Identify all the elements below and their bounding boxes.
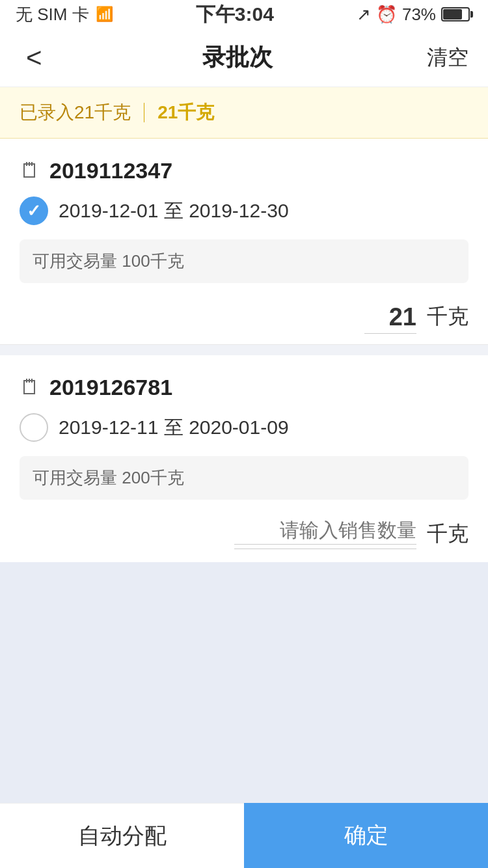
batch-1-unit: 千克 (427, 303, 468, 331)
location-icon: ↗ (357, 5, 371, 25)
batch-2-available: 可用交易量 200千克 (20, 456, 468, 500)
bottom-bar: 自动分配 确定 (0, 803, 488, 868)
batch-2-unit: 千克 (427, 520, 468, 549)
auto-distribute-button[interactable]: 自动分配 (0, 803, 244, 868)
batch-2-icon: 🗒 (20, 375, 40, 400)
battery-text: 73% (402, 5, 436, 25)
batch-1-date-row[interactable]: 2019-12-01 至 2019-12-30 (0, 190, 488, 236)
back-button[interactable]: < (20, 36, 49, 80)
batch-2-date: 2019-12-11 至 2020-01-09 (59, 414, 289, 441)
batch-1-available: 可用交易量 100千克 (20, 239, 468, 283)
wifi-icon: 📶 (96, 6, 113, 23)
nav-bar: < 录批次 清空 (0, 29, 488, 87)
batch-2-qty-wrapper (234, 519, 416, 549)
confirm-button[interactable]: 确定 (244, 803, 488, 868)
status-time: 下午3:04 (196, 1, 274, 28)
status-carrier: 无 SIM 卡 📶 (16, 3, 113, 26)
banner-divider (144, 103, 144, 122)
batch-2-radio[interactable] (20, 413, 48, 442)
batch-2-date-row[interactable]: 2019-12-11 至 2020-01-09 (0, 407, 488, 452)
batch-2-quantity-row: 千克 (0, 513, 488, 562)
status-right: ↗ ⏰ 73% (357, 5, 472, 25)
batch-1-id: 2019112347 (49, 158, 172, 183)
batch-1-header: 🗒 2019112347 (0, 139, 488, 190)
batch-card-1: 🗒 2019112347 2019-12-01 至 2019-12-30 可用交… (0, 139, 488, 345)
batch-2-qty-input[interactable] (234, 519, 416, 545)
batch-1-quantity-row: 千克 (0, 296, 488, 345)
batch-card-2: 🗒 2019126781 2019-12-11 至 2020-01-09 可用交… (0, 355, 488, 562)
batch-2-header: 🗒 2019126781 (0, 355, 488, 407)
clear-button[interactable]: 清空 (427, 44, 468, 72)
page-title: 录批次 (202, 42, 273, 74)
recorded-label: 已录入21千克 (20, 100, 131, 125)
batch-1-date: 2019-12-01 至 2019-12-30 (59, 198, 289, 224)
info-banner: 已录入21千克 21千克 (0, 87, 488, 139)
carrier-text: 无 SIM 卡 (16, 3, 89, 26)
batch-1-radio[interactable] (20, 197, 48, 225)
batch-1-qty-input[interactable] (364, 303, 416, 331)
status-bar: 无 SIM 卡 📶 下午3:04 ↗ ⏰ 73% (0, 0, 488, 29)
batch-2-id: 2019126781 (49, 375, 172, 400)
batch-1-qty-wrapper (364, 303, 416, 331)
battery-icon (441, 7, 472, 21)
alarm-icon: ⏰ (376, 5, 397, 25)
recorded-value: 21千克 (157, 100, 214, 125)
batch-1-icon: 🗒 (20, 159, 40, 183)
